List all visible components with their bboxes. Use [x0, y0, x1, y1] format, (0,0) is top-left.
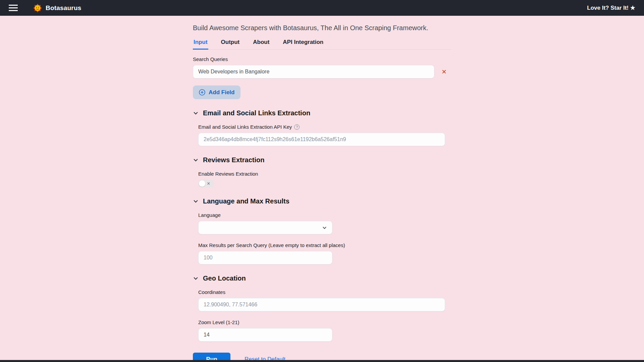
language-label: Language: [198, 212, 451, 218]
section-email-social-header[interactable]: Email and Social Links Extraction: [193, 109, 451, 117]
zoom-level-label: Zoom Level (1-21): [198, 319, 451, 325]
app-title: Botasaurus: [46, 4, 82, 12]
zoom-level-input[interactable]: [198, 328, 332, 342]
section-reviews: Reviews Extraction Enable Reviews Extrac…: [193, 156, 451, 187]
section-reviews-header[interactable]: Reviews Extraction: [193, 156, 451, 164]
enable-reviews-label: Enable Reviews Extraction: [198, 171, 451, 177]
app-logo: Botasaurus: [33, 4, 82, 12]
coordinates-input[interactable]: [198, 298, 445, 311]
search-queries-field: Search Queries ×: [193, 56, 451, 78]
max-results-input[interactable]: [198, 251, 332, 264]
hamburger-menu-icon[interactable]: [9, 5, 18, 11]
bottom-bar: [0, 360, 644, 362]
toggle-knob: [199, 180, 205, 187]
section-language-max: Language and Max Results Language Max Re…: [193, 197, 451, 264]
tab-api-integration[interactable]: API Integration: [282, 39, 324, 49]
chevron-down-icon: [193, 157, 199, 163]
enable-reviews-toggle[interactable]: ×: [198, 180, 214, 187]
section-geo-header[interactable]: Geo Location: [193, 275, 451, 282]
section-reviews-title: Reviews Extraction: [203, 156, 264, 164]
star-repo-link[interactable]: Love It? Star It! ★: [587, 4, 635, 11]
api-key-label: Email and Social Links Extraction API Ke…: [198, 124, 292, 130]
chevron-down-icon: [322, 225, 327, 230]
app-header: Botasaurus Love It? Star It! ★: [0, 0, 644, 16]
tab-about[interactable]: About: [252, 39, 270, 49]
main-content: Build Awesome Scrapers with Botasaurus, …: [193, 16, 451, 362]
section-language-max-title: Language and Max Results: [203, 197, 289, 205]
add-field-label: Add Field: [209, 89, 234, 96]
section-email-social: Email and Social Links Extraction Email …: [193, 109, 451, 146]
toggle-off-icon: ×: [207, 181, 210, 186]
section-geo-title: Geo Location: [203, 275, 246, 282]
circle-plus-icon: [199, 89, 205, 96]
remove-query-icon[interactable]: ×: [442, 68, 446, 76]
tab-input[interactable]: Input: [193, 39, 208, 50]
section-geo: Geo Location Coordinates Zoom Level (1-2…: [193, 275, 451, 342]
page-title: Build Awesome Scrapers with Botasaurus, …: [193, 24, 451, 32]
max-results-label: Max Results per Search Query (Leave empt…: [198, 242, 451, 248]
api-key-input[interactable]: [198, 133, 445, 146]
language-select[interactable]: [198, 221, 332, 234]
sun-logo-icon: [33, 4, 42, 12]
section-language-max-header[interactable]: Language and Max Results: [193, 197, 451, 205]
tab-output[interactable]: Output: [220, 39, 240, 49]
section-email-social-title: Email and Social Links Extraction: [203, 109, 310, 117]
help-icon[interactable]: ?: [294, 124, 300, 130]
chevron-down-icon: [193, 198, 199, 204]
add-field-button[interactable]: Add Field: [193, 85, 240, 99]
coordinates-label: Coordinates: [198, 289, 451, 295]
chevron-down-icon: [193, 276, 199, 281]
search-query-input[interactable]: [193, 65, 434, 78]
tab-bar: Input Output About API Integration: [193, 39, 451, 50]
search-queries-label: Search Queries: [193, 56, 451, 62]
chevron-down-icon: [193, 110, 199, 116]
